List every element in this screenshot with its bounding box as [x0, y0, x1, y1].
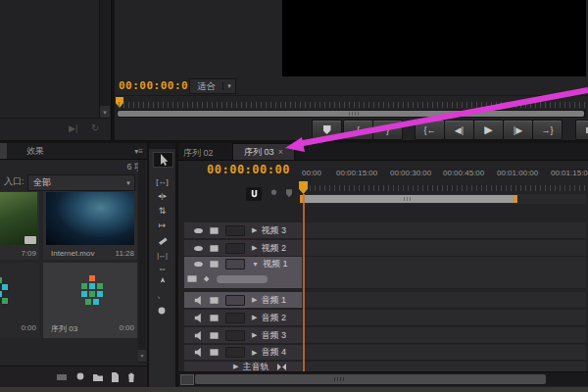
new-bin-icon[interactable]	[92, 371, 104, 383]
twirl-icon[interactable]: ▶	[252, 244, 257, 252]
panel-menu-icon[interactable]: ▾≡	[134, 147, 143, 156]
work-area-end-handle[interactable]	[514, 195, 517, 203]
timeline-playhead-icon[interactable]	[299, 181, 308, 194]
track-select-tool[interactable]: [↔]	[153, 174, 172, 188]
play-around-icon[interactable]: ▶|	[69, 123, 77, 133]
loop-icon[interactable]: ↻	[91, 122, 99, 133]
pen-tool[interactable]	[153, 275, 172, 289]
encore-marker-icon[interactable]	[269, 188, 279, 199]
automate-to-sequence-icon[interactable]	[56, 371, 68, 383]
track-header-audio-4[interactable]: ▶ 音频 4	[184, 345, 302, 360]
project-scrollbar-down-icon[interactable]: ▾	[138, 350, 146, 362]
project-item-forest[interactable]: 7:09	[0, 191, 39, 260]
track-header-audio-3[interactable]: ▶ 音频 3	[184, 327, 302, 343]
filter-dropdown[interactable]: 全部 ▾	[27, 174, 135, 191]
track-header-video-1[interactable]: ▼ 视频 1	[184, 257, 302, 288]
tab-sequence-03[interactable]: 序列 03 ×	[232, 143, 295, 161]
tab-sequence-02[interactable]: 序列 02	[183, 147, 214, 160]
project-item-internet-mov[interactable]: Internet.mov 11:28	[43, 191, 137, 260]
project-item-sequence-03[interactable]: 序列 03 0:00	[43, 263, 137, 338]
track-lock-toggle[interactable]	[225, 243, 245, 254]
zoom-out-handle[interactable]	[180, 374, 194, 385]
video-track-lane[interactable]	[302, 222, 586, 239]
goto-in-button[interactable]: {←	[415, 120, 445, 140]
twirl-icon[interactable]: ▶	[233, 363, 238, 370]
twirl-icon[interactable]: ▶	[252, 331, 257, 339]
timeline-timecode[interactable]: 00:00:00:00	[207, 163, 290, 176]
timeline-ruler-ticks[interactable]	[300, 185, 586, 191]
ripple-edit-tool[interactable]: ◂|▸	[153, 189, 172, 203]
slide-tool[interactable]: ⇔	[153, 262, 172, 275]
new-item-icon[interactable]	[109, 371, 121, 383]
selection-tool[interactable]	[153, 152, 173, 168]
program-h-scrollbar-thumb[interactable]	[118, 111, 584, 117]
track-lock-toggle[interactable]	[225, 225, 245, 236]
track-header-audio-2[interactable]: ▶ 音频 2	[184, 310, 302, 325]
mark-out-button[interactable]: }	[372, 120, 403, 140]
audio-track-lane[interactable]	[302, 310, 586, 326]
speaker-icon[interactable]	[193, 313, 203, 323]
sync-lock-icon[interactable]	[209, 295, 220, 306]
track-header-video-3[interactable]: ▶ 视频 3	[184, 222, 302, 238]
track-lock-toggle[interactable]	[225, 330, 245, 341]
sync-lock-icon[interactable]	[209, 259, 220, 270]
eye-icon[interactable]	[193, 225, 204, 236]
tab-effects[interactable]: 效果	[26, 147, 44, 156]
tab-close-icon[interactable]: ×	[278, 147, 283, 157]
video-track-lane[interactable]	[302, 257, 586, 289]
work-area-bar[interactable]	[300, 195, 517, 203]
track-lock-toggle[interactable]	[225, 347, 245, 358]
eye-icon[interactable]	[193, 243, 204, 254]
keyframe-icon[interactable]	[201, 273, 212, 284]
twirl-icon[interactable]: ▶	[252, 314, 257, 321]
snap-toggle[interactable]	[246, 187, 262, 201]
speaker-icon[interactable]	[193, 295, 203, 306]
twirl-icon[interactable]: ▶	[252, 296, 257, 304]
twirl-icon[interactable]: ▶	[252, 349, 257, 357]
track-lock-toggle[interactable]	[225, 313, 245, 323]
display-style-icon[interactable]	[186, 273, 198, 284]
eye-icon[interactable]	[193, 259, 204, 270]
timeline-h-scrollbar[interactable]	[178, 371, 588, 386]
goto-out-button[interactable]: →}	[532, 120, 563, 140]
slip-tool[interactable]: |↔|	[153, 248, 172, 262]
export-frame-button[interactable]	[575, 120, 588, 140]
program-time-ruler[interactable]	[119, 102, 586, 108]
speaker-icon[interactable]	[193, 330, 203, 341]
sync-lock-icon[interactable]	[209, 347, 220, 358]
project-scrollbar[interactable]: ▾	[138, 160, 146, 364]
audio-track-lane[interactable]	[302, 327, 586, 344]
razor-tool[interactable]	[153, 233, 172, 247]
program-timecode[interactable]: 00:00:00:00	[119, 79, 195, 92]
play-button[interactable]: ▶	[473, 120, 504, 140]
add-marker-button[interactable]	[312, 120, 342, 140]
twirl-icon[interactable]: ▶	[252, 226, 257, 234]
zoom-tool[interactable]	[153, 305, 172, 318]
find-icon[interactable]	[75, 371, 87, 383]
audio-track-lane[interactable]	[302, 345, 586, 361]
sync-lock-icon[interactable]	[209, 243, 220, 254]
step-forward-button[interactable]: |▶	[503, 120, 533, 140]
step-back-button[interactable]: ◀|	[444, 120, 474, 140]
fit-dropdown[interactable]: 适合 ▾	[189, 78, 236, 94]
bowtie-icon[interactable]	[276, 363, 287, 371]
hand-tool[interactable]	[153, 290, 172, 304]
sync-lock-icon[interactable]	[209, 313, 220, 323]
video-track-lane[interactable]	[302, 240, 586, 257]
project-item-cut[interactable]: 0:00	[0, 263, 39, 338]
track-lock-toggle[interactable]	[225, 295, 245, 306]
marker-shield-icon[interactable]	[284, 188, 294, 199]
track-header-audio-1[interactable]: ▶ 音频 1	[184, 292, 302, 308]
keyframe-slider[interactable]	[217, 275, 268, 283]
rolling-edit-tool[interactable]: ⇅	[153, 204, 172, 218]
trash-icon[interactable]	[125, 371, 137, 383]
rate-stretch-tool[interactable]: ↦	[153, 219, 172, 232]
twirl-icon[interactable]: ▼	[252, 261, 259, 268]
speaker-icon[interactable]	[193, 347, 203, 358]
timeline-scrollbar-thumb[interactable]	[195, 374, 546, 384]
sync-lock-icon[interactable]	[209, 225, 220, 236]
sync-lock-icon[interactable]	[209, 330, 220, 341]
source-scrollbar[interactable]: ▾	[99, 0, 110, 119]
program-h-scrollbar[interactable]	[117, 110, 586, 118]
track-header-master[interactable]: ▶ 主音轨	[184, 362, 302, 371]
